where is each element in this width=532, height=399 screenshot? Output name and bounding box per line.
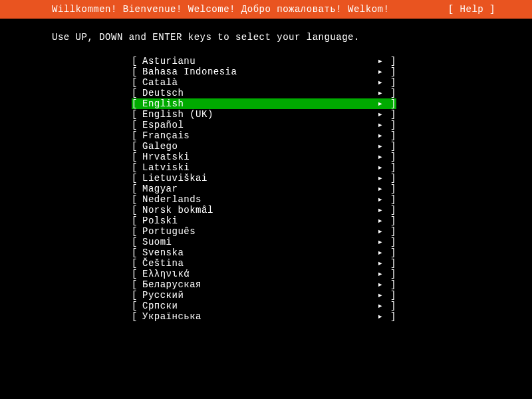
language-label: Čeština [142,258,375,269]
submenu-arrow-icon: ▸ [375,109,386,120]
main-content: Use UP, DOWN and ENTER keys to select yo… [0,19,532,322]
submenu-arrow-icon: ▸ [375,88,386,98]
language-item[interactable]: [Čeština▸] [132,258,396,269]
submenu-arrow-icon: ▸ [375,56,386,66]
bracket-open: [ [132,120,142,130]
bracket-close: ] [386,162,396,173]
language-item[interactable]: [Español▸] [132,120,396,130]
language-item[interactable]: [Français▸] [132,130,396,141]
bracket-open: [ [132,269,142,279]
language-item[interactable]: [Bahasa Indonesia▸] [132,66,396,77]
bracket-open: [ [132,279,142,290]
submenu-arrow-icon: ▸ [375,120,386,130]
language-item[interactable]: [Latviski▸] [132,162,396,173]
bracket-open: [ [132,109,142,120]
language-item[interactable]: [Norsk bokmål▸] [132,205,396,215]
submenu-arrow-icon: ▸ [375,279,386,290]
language-item[interactable]: [Српски▸] [132,301,396,311]
language-item[interactable]: [Українська▸] [132,311,396,322]
submenu-arrow-icon: ▸ [375,130,386,141]
language-item[interactable]: [English▸] [132,98,396,109]
language-label: Беларуская [142,279,375,290]
bracket-close: ] [386,247,396,258]
language-item[interactable]: [English (UK)▸] [132,109,396,120]
submenu-arrow-icon: ▸ [375,194,386,205]
bracket-open: [ [132,194,142,205]
language-item[interactable]: [Magyar▸] [132,184,396,194]
bracket-open: [ [132,173,142,184]
bracket-open: [ [132,311,142,322]
language-label: Svenska [142,247,375,258]
language-item[interactable]: [Deutsch▸] [132,88,396,98]
language-item[interactable]: [Asturianu▸] [132,56,396,66]
bracket-open: [ [132,258,142,269]
bracket-open: [ [132,205,142,215]
bracket-open: [ [132,184,142,194]
language-item[interactable]: [Català▸] [132,77,396,88]
bracket-open: [ [132,56,142,66]
language-item[interactable]: [Русский▸] [132,290,396,301]
submenu-arrow-icon: ▸ [375,98,386,109]
bracket-open: [ [132,237,142,247]
bracket-close: ] [386,301,396,311]
bracket-open: [ [132,290,142,301]
bracket-open: [ [132,152,142,162]
bracket-close: ] [386,258,396,269]
bracket-close: ] [386,237,396,247]
bracket-close: ] [386,66,396,77]
bracket-close: ] [386,130,396,141]
bracket-close: ] [386,290,396,301]
language-item[interactable]: [Nederlands▸] [132,194,396,205]
language-label: Norsk bokmål [142,205,375,215]
submenu-arrow-icon: ▸ [375,311,386,322]
language-label: Magyar [142,184,375,194]
bracket-open: [ [132,88,142,98]
submenu-arrow-icon: ▸ [375,141,386,152]
submenu-arrow-icon: ▸ [375,215,386,226]
language-item[interactable]: [Suomi▸] [132,237,396,247]
bracket-close: ] [386,98,396,109]
language-item[interactable]: [Svenska▸] [132,247,396,258]
submenu-arrow-icon: ▸ [375,77,386,88]
submenu-arrow-icon: ▸ [375,247,386,258]
submenu-arrow-icon: ▸ [375,301,386,311]
bracket-close: ] [386,194,396,205]
bracket-close: ] [386,77,396,88]
language-label: Bahasa Indonesia [142,66,375,77]
header-bar: Willkommen! Bienvenue! Welcome! Добро по… [0,0,532,19]
submenu-arrow-icon: ▸ [375,205,386,215]
bracket-open: [ [132,66,142,77]
bracket-open: [ [132,77,142,88]
language-label: Deutsch [142,88,375,98]
language-label: English (UK) [142,109,375,120]
language-label: Nederlands [142,194,375,205]
submenu-arrow-icon: ▸ [375,152,386,162]
bracket-close: ] [386,215,396,226]
bracket-close: ] [386,141,396,152]
language-label: Hrvatski [142,152,375,162]
submenu-arrow-icon: ▸ [375,237,386,247]
bracket-open: [ [132,130,142,141]
language-item[interactable]: [Беларуская▸] [132,279,396,290]
help-link[interactable]: [ Help ] [448,4,532,15]
language-label: Asturianu [142,56,375,66]
bracket-open: [ [132,215,142,226]
language-item[interactable]: [Galego▸] [132,141,396,152]
language-label: Galego [142,141,375,152]
bracket-close: ] [386,269,396,279]
language-label: Українська [142,311,375,322]
language-item[interactable]: [Polski▸] [132,215,396,226]
submenu-arrow-icon: ▸ [375,173,386,184]
language-item[interactable]: [Ελληνικά▸] [132,269,396,279]
submenu-arrow-icon: ▸ [375,290,386,301]
language-item[interactable]: [Lietuviškai▸] [132,173,396,184]
language-label: English [142,98,375,109]
language-item[interactable]: [Português▸] [132,226,396,237]
language-item[interactable]: [Hrvatski▸] [132,152,396,162]
language-label: Српски [142,301,375,311]
bracket-open: [ [132,162,142,173]
language-label: Lietuviškai [142,173,375,184]
submenu-arrow-icon: ▸ [375,258,386,269]
language-label: Polski [142,215,375,226]
language-label: Español [142,120,375,130]
